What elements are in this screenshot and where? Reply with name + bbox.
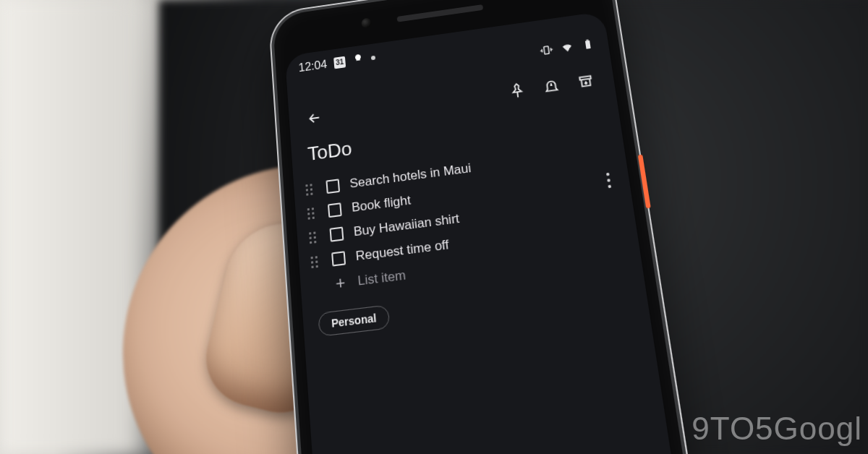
drag-handle-icon[interactable]: [310, 255, 322, 268]
wifi-icon: [560, 40, 575, 57]
checkbox[interactable]: [331, 251, 346, 266]
checkbox[interactable]: [326, 179, 340, 194]
pin-button[interactable]: [500, 74, 535, 111]
watermark: 9TO5Googl: [692, 411, 862, 447]
calendar-icon: 31: [333, 56, 346, 69]
battery-icon: [580, 37, 596, 54]
back-button[interactable]: [300, 103, 330, 137]
vibrate-icon: [539, 43, 554, 60]
checkbox[interactable]: [328, 202, 342, 218]
drag-handle-icon[interactable]: [307, 207, 318, 219]
front-camera: [361, 17, 372, 28]
lightbulb-icon: [352, 52, 365, 68]
status-time: 12:04: [298, 58, 328, 74]
plus-icon: +: [333, 275, 348, 291]
reminder-button[interactable]: [534, 69, 570, 106]
notification-dot-icon: [371, 56, 375, 61]
label-chip[interactable]: Personal: [318, 304, 390, 337]
svg-rect-0: [544, 46, 550, 54]
checkbox[interactable]: [330, 226, 344, 241]
svg-rect-1: [585, 40, 591, 49]
archive-button[interactable]: [568, 64, 604, 102]
speaker-grille: [397, 4, 484, 22]
drag-handle-icon[interactable]: [309, 231, 320, 244]
drag-handle-icon[interactable]: [305, 183, 316, 195]
